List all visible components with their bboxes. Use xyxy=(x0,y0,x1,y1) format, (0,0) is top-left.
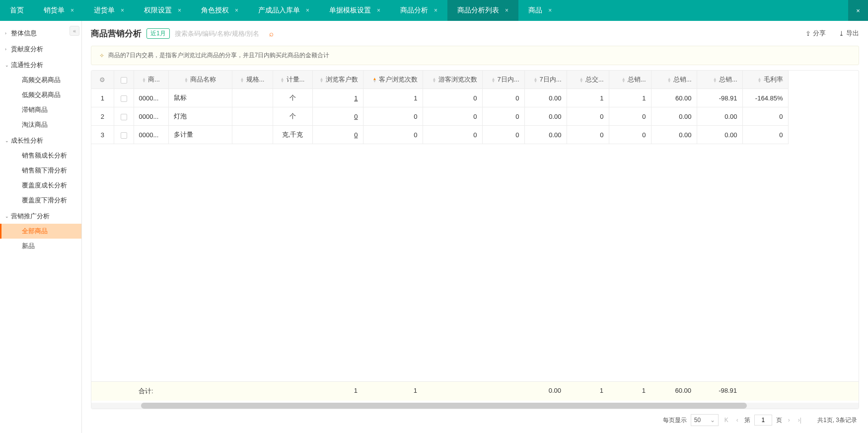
column-total-sell2[interactable]: ▲▼总销... xyxy=(651,71,697,89)
sidebar-item-all-products[interactable]: 全部商品 xyxy=(0,224,81,239)
tabs-bar: 首页 销货单× 进货单× 权限设置× 角色授权× 产成品入库单× 单据模板设置×… xyxy=(0,0,868,21)
close-icon[interactable]: × xyxy=(178,7,181,14)
chevron-down-icon: ⌄ xyxy=(5,138,9,143)
first-page-button[interactable]: K xyxy=(723,417,730,424)
close-icon[interactable]: × xyxy=(434,7,437,14)
table-header-row: ⚙ ▲▼商... ▲▼商品名称 ▲▼规格... ▲▼计量... ▲▼浏览客户数 … xyxy=(91,71,788,89)
close-icon[interactable]: × xyxy=(548,7,552,14)
column-unit[interactable]: ▲▼计量... xyxy=(273,71,312,89)
tab-roles[interactable]: 角色授权× xyxy=(191,0,248,21)
column-visitor-views[interactable]: ▲▼游客浏览次数 xyxy=(423,71,482,89)
chevron-right-icon: › xyxy=(5,47,6,52)
page-label-pre: 第 xyxy=(744,416,750,425)
column-margin[interactable]: ▲▼毛利率 xyxy=(742,71,788,89)
tab-doc-template[interactable]: 单据模板设置× xyxy=(319,0,390,21)
tab-product-analysis-list[interactable]: 商品分析列表× xyxy=(447,0,518,21)
sidebar-item-sales-decline[interactable]: 销售额下滑分析 xyxy=(0,163,81,178)
close-icon[interactable]: × xyxy=(235,7,238,14)
column-spec[interactable]: ▲▼规格... xyxy=(232,71,273,89)
close-all-tabs-button[interactable]: × xyxy=(848,0,868,21)
sidebar-item-obsolete[interactable]: 淘汰商品 xyxy=(0,117,81,132)
sidebar-group-growth[interactable]: ⌄成长性分析 xyxy=(0,133,81,148)
page-header: 商品营销分析 近1月 ⌕ ⇪分享 ⤓导出 xyxy=(91,27,859,46)
checkbox-icon xyxy=(121,95,127,102)
perpage-label: 每页显示 xyxy=(663,416,687,425)
period-chip[interactable]: 近1月 xyxy=(146,28,170,39)
close-icon[interactable]: × xyxy=(71,7,74,14)
sidebar-item-coverage-growth[interactable]: 覆盖度成长分析 xyxy=(0,178,81,193)
checkbox-icon xyxy=(121,114,127,120)
tab-home[interactable]: 首页 xyxy=(0,0,34,21)
sidebar-item-coverage-decline[interactable]: 覆盖度下滑分析 xyxy=(0,193,81,208)
tab-sales[interactable]: 销货单× xyxy=(34,0,84,21)
perpage-select[interactable]: 50 xyxy=(691,414,719,426)
column-checkbox-all[interactable] xyxy=(114,71,134,89)
drill-link[interactable]: 0 xyxy=(354,131,358,139)
column-total-trade[interactable]: ▲▼总交... xyxy=(567,71,609,89)
export-button[interactable]: ⤓导出 xyxy=(839,29,859,38)
column-7day-a[interactable]: ▲▼7日内... xyxy=(482,71,524,89)
totals-row: 合计: 1 1 0.00 1 1 60.00 -98.91 xyxy=(91,381,859,401)
table-row[interactable]: 3 0000... 多计量 克,千克 0 0 0 0 0.00 0 xyxy=(91,126,788,144)
drill-link[interactable]: 1 xyxy=(354,94,358,102)
main-content: 商品营销分析 近1月 ⌕ ⇪分享 ⤓导出 ✧ 商品的7日内交易，是指客户浏览过此… xyxy=(82,21,868,433)
column-customer-views[interactable]: ▲▼客户浏览次数 xyxy=(363,71,423,89)
column-total-sell1[interactable]: ▲▼总销... xyxy=(609,71,651,89)
page-label-post: 页 xyxy=(776,416,782,425)
last-page-button[interactable]: ›| xyxy=(796,417,803,424)
next-page-button[interactable]: › xyxy=(786,417,792,424)
column-settings[interactable]: ⚙ xyxy=(91,71,114,89)
column-browse-customers[interactable]: ▲▼浏览客户数 xyxy=(312,71,363,89)
checkbox-icon xyxy=(121,77,127,84)
tab-production[interactable]: 产成品入库单× xyxy=(248,0,319,21)
table-row[interactable]: 1 0000... 鼠标 个 1 1 0 0 0.00 1 xyxy=(91,89,788,107)
pagination: 每页显示 50 K ‹ 第 页 › ›| 共1页, 3条记录 xyxy=(91,409,859,433)
tab-purchase[interactable]: 进货单× xyxy=(84,0,134,21)
tab-permissions[interactable]: 权限设置× xyxy=(134,0,191,21)
close-icon[interactable]: × xyxy=(121,7,124,14)
sidebar-group-circulation[interactable]: ⌄流通性分析 xyxy=(0,58,81,73)
close-icon[interactable]: × xyxy=(505,7,508,14)
sidebar: « ›整体信息 ›贡献度分析 ⌄流通性分析 高频交易商品 低频交易商品 滞销商品… xyxy=(0,21,82,433)
checkbox-icon xyxy=(121,132,127,139)
close-icon[interactable]: × xyxy=(377,7,380,14)
sidebar-item-sales-growth[interactable]: 销售额成长分析 xyxy=(0,148,81,163)
share-button[interactable]: ⇪分享 xyxy=(805,29,826,38)
column-name[interactable]: ▲▼商品名称 xyxy=(168,71,232,89)
bulb-icon: ✧ xyxy=(99,52,104,59)
page-input[interactable] xyxy=(754,415,772,426)
share-icon: ⇪ xyxy=(805,30,811,37)
page-title: 商品营销分析 xyxy=(91,28,142,39)
data-table: ⚙ ▲▼商... ▲▼商品名称 ▲▼规格... ▲▼计量... ▲▼浏览客户数 … xyxy=(91,70,859,409)
chevron-down-icon: ⌄ xyxy=(5,214,9,219)
tab-product-analysis[interactable]: 商品分析× xyxy=(390,0,447,21)
table-row[interactable]: 2 0000... 灯泡 个 0 0 0 0 0.00 0 xyxy=(91,107,788,126)
sidebar-item-low-freq[interactable]: 低频交易商品 xyxy=(0,87,81,102)
tab-product[interactable]: 商品× xyxy=(518,0,562,21)
sidebar-item-high-freq[interactable]: 高频交易商品 xyxy=(0,73,81,87)
hint-text: 商品的7日内交易，是指客户浏览过此商品的分享，并且7日内购买此商品的金额合计 xyxy=(108,51,329,60)
pagination-info: 共1页, 3条记录 xyxy=(817,416,857,425)
sidebar-group-contribution[interactable]: ›贡献度分析 xyxy=(0,42,81,57)
export-icon: ⤓ xyxy=(839,30,844,37)
hint-bar: ✧ 商品的7日内交易，是指客户浏览过此商品的分享，并且7日内购买此商品的金额合计 xyxy=(91,46,859,65)
drill-link[interactable]: 0 xyxy=(354,113,358,120)
sidebar-item-stagnant[interactable]: 滞销商品 xyxy=(0,102,81,117)
close-icon[interactable]: × xyxy=(306,7,309,14)
sidebar-item-new-products[interactable]: 新品 xyxy=(0,239,81,254)
search-input[interactable] xyxy=(175,27,264,40)
chevron-right-icon: › xyxy=(5,31,6,36)
gear-icon: ⚙ xyxy=(99,76,105,84)
horizontal-scrollbar[interactable] xyxy=(91,403,859,409)
prev-page-button[interactable]: ‹ xyxy=(734,417,740,424)
column-total-sell3[interactable]: ▲▼总销... xyxy=(697,71,742,89)
search-icon[interactable]: ⌕ xyxy=(269,29,274,38)
sidebar-group-overall[interactable]: ›整体信息 xyxy=(0,26,81,41)
totals-label: 合计: xyxy=(134,382,168,401)
column-7day-b[interactable]: ▲▼7日内... xyxy=(524,71,567,89)
sidebar-group-marketing[interactable]: ⌄营销推广分析 xyxy=(0,209,81,224)
column-code[interactable]: ▲▼商... xyxy=(134,71,168,89)
chevron-down-icon: ⌄ xyxy=(5,63,9,68)
